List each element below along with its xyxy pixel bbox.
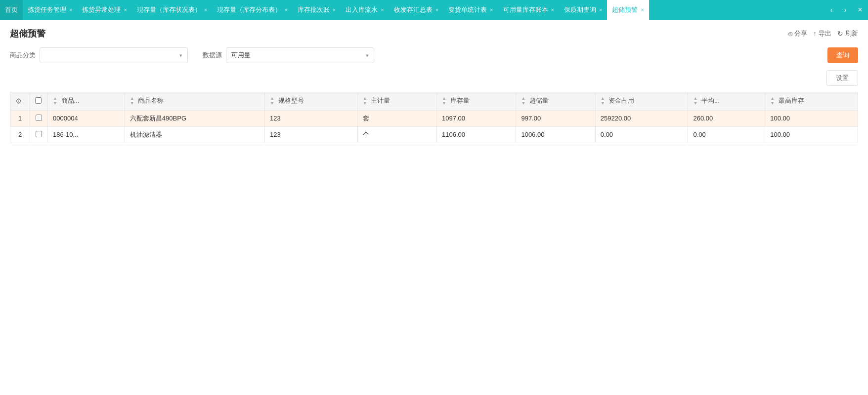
settings-button[interactable]: 设置 bbox=[826, 70, 858, 86]
page-header: 超储预警 ⎋ 分享 ↑ 导出 ↻ 刷新 bbox=[10, 28, 858, 40]
close-icon[interactable]: × bbox=[641, 7, 644, 13]
row-number: 1 bbox=[10, 110, 30, 126]
close-icon[interactable]: × bbox=[284, 7, 287, 13]
nav-inventory-dist[interactable]: 现存量（库存分布表） × bbox=[212, 0, 292, 20]
sort-icon: ▲▼ bbox=[270, 96, 274, 106]
cell-stock: 1097.00 bbox=[437, 110, 516, 126]
col-spec[interactable]: ▲▼ 规格型号 bbox=[265, 92, 358, 111]
overstock-table: ⚙ ▲▼ 商品... ▲▼ 商品名称 ▲▼ 规格型号 ▲▼ bbox=[10, 92, 858, 143]
sort-icon: ▲▼ bbox=[601, 96, 605, 106]
share-icon: ⎋ bbox=[788, 30, 792, 38]
select-all-header[interactable] bbox=[30, 92, 48, 111]
cell-unit: 套 bbox=[357, 110, 436, 126]
cell-overstock: 1006.00 bbox=[516, 126, 595, 143]
page-content: 超储预警 ⎋ 分享 ↑ 导出 ↻ 刷新 商品分类 ▾ bbox=[0, 20, 868, 151]
select-all-checkbox[interactable] bbox=[35, 97, 42, 104]
col-avg[interactable]: ▲▼ 平均... bbox=[688, 92, 765, 111]
table-row: 1 0000004 六配套新昌490BPG 123 套 1097.00 997.… bbox=[10, 110, 858, 126]
page-actions: ⎋ 分享 ↑ 导出 ↻ 刷新 bbox=[788, 29, 858, 38]
category-select[interactable]: ▾ bbox=[40, 47, 188, 63]
row-number: 2 bbox=[10, 126, 30, 143]
col-overstock[interactable]: ▲▼ 超储量 bbox=[516, 92, 595, 111]
cell-avg: 260.00 bbox=[688, 110, 765, 126]
sort-icon: ▲▼ bbox=[363, 96, 367, 106]
nav-summary[interactable]: 收发存汇总表 × bbox=[389, 0, 443, 20]
col-product-name[interactable]: ▲▼ 商品名称 bbox=[125, 92, 264, 111]
refresh-icon: ↻ bbox=[837, 30, 843, 38]
row-checkbox-cell[interactable] bbox=[30, 126, 48, 143]
cell-max-stock: 100.00 bbox=[765, 126, 858, 143]
nav-home[interactable]: 首页 bbox=[0, 0, 23, 20]
close-icon[interactable]: × bbox=[435, 7, 438, 13]
datasource-select-value: 可用量 bbox=[231, 51, 251, 60]
nav-right-controls: ‹ › × bbox=[825, 0, 868, 20]
close-icon[interactable]: × bbox=[204, 7, 207, 13]
chevron-down-icon: ▾ bbox=[366, 52, 369, 59]
cell-product-name: 六配套新昌490BPG bbox=[125, 110, 264, 126]
export-button[interactable]: ↑ 导出 bbox=[813, 29, 831, 38]
nav-next-button[interactable]: › bbox=[838, 0, 852, 20]
nav-inout-flow[interactable]: 出入库流水 × bbox=[341, 0, 389, 20]
table-header-row: ⚙ ▲▼ 商品... ▲▼ 商品名称 ▲▼ 规格型号 ▲▼ bbox=[10, 92, 858, 111]
sort-icon: ▲▼ bbox=[130, 96, 134, 106]
share-button[interactable]: ⎋ 分享 bbox=[788, 29, 807, 38]
table-row: 2 186-10... 机油滤清器 123 个 1106.00 1006.00 … bbox=[10, 126, 858, 143]
action-buttons: 查询 设置 bbox=[826, 47, 858, 86]
category-filter: 商品分类 ▾ bbox=[10, 47, 188, 63]
chevron-down-icon: ▾ bbox=[179, 52, 182, 59]
export-icon: ↑ bbox=[813, 30, 817, 38]
datasource-select[interactable]: 可用量 ▾ bbox=[226, 47, 374, 63]
sort-icon: ▲▼ bbox=[442, 96, 446, 106]
cell-max-stock: 100.00 bbox=[765, 110, 858, 126]
cell-spec: 123 bbox=[265, 126, 358, 143]
sort-icon: ▲▼ bbox=[521, 96, 525, 106]
row-checkbox-cell[interactable] bbox=[30, 110, 48, 126]
close-icon[interactable]: × bbox=[381, 7, 384, 13]
cell-unit: 个 bbox=[357, 126, 436, 143]
nav-pick-task[interactable]: 拣货任务管理 × bbox=[23, 0, 77, 20]
nav-batch-account[interactable]: 库存批次账 × bbox=[293, 0, 341, 20]
col-stock[interactable]: ▲▼ 库存量 bbox=[437, 92, 516, 111]
sort-icon: ▲▼ bbox=[770, 96, 775, 106]
top-navigation: 首页 拣货任务管理 × 拣货异常处理 × 现存量（库存状况表） × 现存量（库存… bbox=[0, 0, 868, 20]
close-icon[interactable]: × bbox=[69, 7, 72, 13]
close-icon[interactable]: × bbox=[490, 7, 493, 13]
cell-product-code: 186-10... bbox=[48, 126, 125, 143]
category-label: 商品分类 bbox=[10, 51, 36, 60]
cell-avg: 0.00 bbox=[688, 126, 765, 143]
datasource-label: 数据源 bbox=[203, 51, 222, 60]
category-select-text bbox=[45, 52, 47, 59]
cell-spec: 123 bbox=[265, 110, 358, 126]
query-button[interactable]: 查询 bbox=[827, 47, 858, 63]
close-icon[interactable]: × bbox=[551, 7, 554, 13]
col-unit[interactable]: ▲▼ 主计量 bbox=[357, 92, 436, 111]
close-icon[interactable]: × bbox=[599, 7, 602, 13]
filter-selects: 商品分类 ▾ 数据源 可用量 ▾ bbox=[10, 47, 374, 63]
nav-expiry[interactable]: 保质期查询 × bbox=[559, 0, 607, 20]
nav-order-stats[interactable]: 要货单统计表 × bbox=[443, 0, 498, 20]
nav-available-stock[interactable]: 可用量库存账本 × bbox=[498, 0, 559, 20]
nav-close-all-button[interactable]: × bbox=[852, 0, 868, 20]
nav-prev-button[interactable]: ‹ bbox=[825, 0, 838, 20]
row-checkbox[interactable] bbox=[36, 131, 42, 137]
nav-inventory-status[interactable]: 现存量（库存状况表） × bbox=[132, 0, 212, 20]
nav-overstock[interactable]: 超储预警 × bbox=[607, 0, 649, 20]
cell-overstock: 997.00 bbox=[516, 110, 595, 126]
col-product-code[interactable]: ▲▼ 商品... bbox=[48, 92, 125, 111]
close-icon[interactable]: × bbox=[124, 7, 127, 13]
close-icon[interactable]: × bbox=[333, 7, 336, 13]
datasource-filter: 数据源 可用量 ▾ bbox=[203, 47, 374, 63]
nav-pick-exception[interactable]: 拣货异常处理 × bbox=[77, 0, 131, 20]
page-title: 超储预警 bbox=[10, 28, 45, 40]
sort-icon: ▲▼ bbox=[693, 96, 697, 106]
gear-icon[interactable]: ⚙ bbox=[15, 97, 22, 105]
col-capital[interactable]: ▲▼ 资金占用 bbox=[595, 92, 688, 111]
sort-icon: ▲▼ bbox=[53, 96, 57, 106]
col-max-stock[interactable]: ▲▼ 最高库存 bbox=[765, 92, 858, 111]
row-checkbox[interactable] bbox=[36, 115, 42, 121]
cell-capital: 259220.00 bbox=[595, 110, 688, 126]
settings-column-header[interactable]: ⚙ bbox=[10, 92, 30, 111]
cell-stock: 1106.00 bbox=[437, 126, 516, 143]
refresh-button[interactable]: ↻ 刷新 bbox=[837, 29, 858, 38]
cell-capital: 0.00 bbox=[595, 126, 688, 143]
